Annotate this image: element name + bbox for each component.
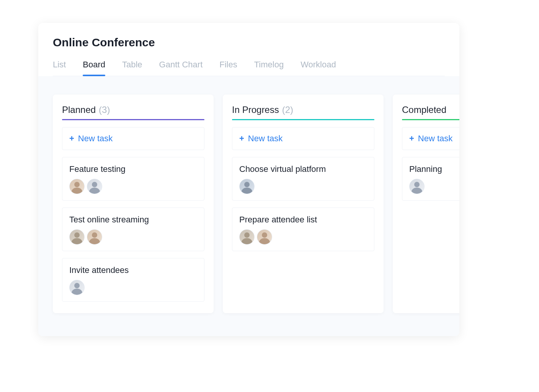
task-avatars <box>239 229 367 245</box>
tab-timelog[interactable]: Timelog <box>254 60 284 76</box>
tab-workload[interactable]: Workload <box>301 60 336 76</box>
column-in-progress: In Progress (2) + New task Choose virtua… <box>223 95 384 313</box>
tab-list[interactable]: List <box>53 60 66 76</box>
task-avatars <box>69 280 197 295</box>
column-header: Completed <box>402 105 459 115</box>
new-task-button[interactable]: + New task <box>402 127 459 150</box>
avatar <box>239 179 255 194</box>
avatar <box>69 229 85 245</box>
view-tabs: List Board Table Gantt Chart Files Timel… <box>53 60 445 76</box>
tab-files[interactable]: Files <box>219 60 237 76</box>
task-avatars <box>69 229 197 245</box>
column-header: Planned (3) <box>62 105 204 115</box>
column-title: Completed <box>402 105 446 115</box>
board-area: Planned (3) + New task Feature testing T… <box>38 76 459 336</box>
new-task-label: New task <box>248 134 283 144</box>
column-underline <box>402 119 459 120</box>
column-underline <box>62 119 204 120</box>
task-title: Choose virtual platform <box>239 164 367 174</box>
column-count: (2) <box>282 105 293 115</box>
column-title: In Progress <box>232 105 279 115</box>
task-card[interactable]: Planning <box>402 157 459 201</box>
plus-icon: + <box>409 134 414 143</box>
task-card[interactable]: Feature testing <box>62 157 204 201</box>
column-title: Planned <box>62 105 96 115</box>
column-completed: Completed + New task Planning <box>393 95 459 313</box>
column-underline <box>232 119 374 120</box>
avatar <box>409 179 425 194</box>
task-title: Invite attendees <box>69 265 197 275</box>
task-title: Feature testing <box>69 164 197 174</box>
plus-icon: + <box>239 134 244 143</box>
avatar <box>239 229 255 245</box>
tab-table[interactable]: Table <box>122 60 142 76</box>
avatar <box>87 229 102 245</box>
page-title: Online Conference <box>53 36 445 49</box>
task-title: Planning <box>409 164 459 174</box>
task-title: Test online streaming <box>69 215 197 225</box>
task-card[interactable]: Choose virtual platform <box>232 157 374 201</box>
app-header: Online Conference List Board Table Gantt… <box>38 23 459 76</box>
column-count: (3) <box>99 105 110 115</box>
app-card: Online Conference List Board Table Gantt… <box>38 23 459 336</box>
task-avatars <box>69 179 197 194</box>
avatar <box>87 179 102 194</box>
task-card[interactable]: Invite attendees <box>62 258 204 302</box>
task-card[interactable]: Test online streaming <box>62 207 204 251</box>
new-task-button[interactable]: + New task <box>232 127 374 150</box>
column-header: In Progress (2) <box>232 105 374 115</box>
avatar <box>257 229 272 245</box>
plus-icon: + <box>69 134 74 143</box>
task-avatars <box>239 179 367 194</box>
task-title: Prepare attendee list <box>239 215 367 225</box>
tab-board[interactable]: Board <box>83 60 105 76</box>
task-card[interactable]: Prepare attendee list <box>232 207 374 251</box>
new-task-button[interactable]: + New task <box>62 127 204 150</box>
tab-gantt-chart[interactable]: Gantt Chart <box>159 60 203 76</box>
new-task-label: New task <box>418 134 452 144</box>
avatar <box>69 280 85 295</box>
avatar <box>69 179 85 194</box>
task-avatars <box>409 179 459 194</box>
column-planned: Planned (3) + New task Feature testing T… <box>53 95 214 313</box>
new-task-label: New task <box>78 134 113 144</box>
